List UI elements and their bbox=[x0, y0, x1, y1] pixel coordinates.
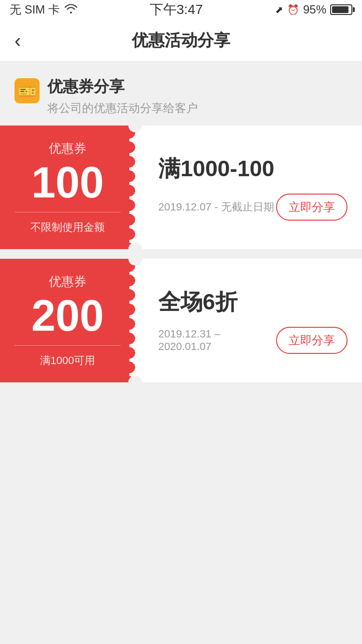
back-arrow-icon: ‹ bbox=[14, 31, 21, 50]
section-text-block: 优惠券分享 将公司的优惠活动分享给客户 bbox=[47, 76, 198, 116]
coupon-share-button-1[interactable]: 立即分享 bbox=[276, 194, 348, 221]
coupon-name-1: 满1000-100 bbox=[158, 154, 348, 184]
status-left: 无 SIM 卡 bbox=[10, 2, 77, 17]
coupon-condition-2: 满1000可用 bbox=[40, 353, 96, 368]
status-right: ⬈ ⏰ 95% bbox=[275, 3, 352, 16]
coupon-notch-bottom-2 bbox=[128, 376, 142, 389]
carrier-text: 无 SIM 卡 bbox=[10, 2, 60, 17]
coupon-value-2: 200 bbox=[31, 294, 104, 337]
section-header: 🎫 优惠券分享 将公司的优惠活动分享给客户 bbox=[0, 62, 362, 126]
coupon-list: 优惠券 100 不限制使用金额 满1000-100 2019.12.07 - 无… bbox=[0, 126, 362, 406]
coupon-card-2: 优惠券 200 满1000可用 全场6折 2019.12.31 – 2020.0… bbox=[0, 259, 362, 382]
back-button[interactable]: ‹ bbox=[14, 31, 21, 50]
coupon-meta-2: 2019.12.31 – 2020.01.07 立即分享 bbox=[158, 327, 348, 354]
coupon-label-1: 优惠券 bbox=[49, 140, 86, 157]
empty-area bbox=[0, 406, 362, 644]
coupon-label-2: 优惠券 bbox=[49, 273, 86, 290]
coupon-date-2: 2019.12.31 – 2020.01.07 bbox=[158, 328, 276, 353]
coupon-left-1: 优惠券 100 不限制使用金额 bbox=[0, 126, 135, 249]
coupon-card-1: 优惠券 100 不限制使用金额 满1000-100 2019.12.07 - 无… bbox=[0, 126, 362, 249]
coupon-left-2: 优惠券 200 满1000可用 bbox=[0, 259, 135, 382]
coupon-notch-top-2 bbox=[128, 252, 142, 266]
battery-percent: 95% bbox=[303, 3, 326, 16]
coupon-meta-1: 2019.12.07 - 无截止日期 立即分享 bbox=[158, 194, 348, 221]
coupon-name-2: 全场6折 bbox=[158, 287, 348, 317]
coupon-icon: 🎫 bbox=[18, 83, 36, 99]
coupon-value-1: 100 bbox=[31, 161, 104, 204]
section-icon: 🎫 bbox=[14, 78, 40, 103]
alarm-icon: ⏰ bbox=[287, 4, 299, 15]
battery-icon bbox=[330, 4, 352, 15]
coupon-date-1: 2019.12.07 - 无截止日期 bbox=[158, 200, 274, 214]
coupon-condition-1: 不限制使用金额 bbox=[30, 220, 105, 235]
coupon-right-2: 全场6折 2019.12.31 – 2020.01.07 立即分享 bbox=[135, 259, 362, 382]
section-subtitle: 将公司的优惠活动分享给客户 bbox=[47, 100, 198, 116]
status-bar: 无 SIM 卡 下午3:47 ⬈ ⏰ 95% bbox=[0, 0, 362, 19]
page-title: 优惠活动分享 bbox=[132, 29, 230, 52]
section-title: 优惠券分享 bbox=[47, 76, 198, 98]
coupon-right-1: 满1000-100 2019.12.07 - 无截止日期 立即分享 bbox=[135, 126, 362, 249]
coupon-divider-2 bbox=[14, 345, 121, 346]
coupon-notch-top-1 bbox=[128, 119, 142, 132]
wifi-icon bbox=[65, 3, 77, 16]
nav-bar: ‹ 优惠活动分享 bbox=[0, 19, 362, 62]
coupon-share-button-2[interactable]: 立即分享 bbox=[276, 327, 348, 354]
location-icon: ⬈ bbox=[275, 4, 283, 15]
coupon-divider-1 bbox=[14, 212, 121, 212]
battery-fill bbox=[332, 6, 348, 13]
status-time: 下午3:47 bbox=[150, 0, 203, 19]
